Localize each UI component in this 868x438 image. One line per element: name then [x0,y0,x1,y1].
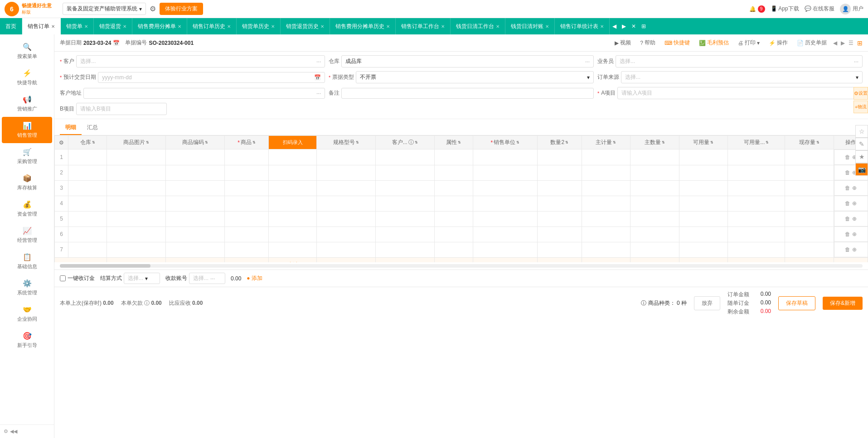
nav-tab-invoice-history[interactable]: 销货单历史 ✕ [237,18,281,34]
operation-btn[interactable]: ⚡ 操作 [766,38,790,48]
delete-icon[interactable]: 🗑 [845,216,850,222]
nav-next[interactable]: ▶ [619,23,629,29]
gear-icon[interactable]: ⚙ [4,428,8,434]
copy-icon[interactable]: ⊕ [852,185,857,191]
sidebar-item-enterprise[interactable]: 🤝 企业协同 [0,301,54,327]
one-key-checkout-checkbox[interactable] [60,275,66,281]
bank-select[interactable]: 选择... ··· [189,273,225,284]
sidebar-item-quicknav[interactable]: ⚡ 快捷导航 [0,64,54,91]
sidebar-item-search[interactable]: 🔍 搜索菜单 [0,38,54,64]
close-icon[interactable]: ✕ [320,24,324,29]
delete-icon[interactable]: 🗑 [845,200,850,207]
nav-tab-reconcile[interactable]: 钱货日清对账 ✕ [505,18,555,34]
close-icon[interactable]: ✕ [271,24,275,29]
nav-expand[interactable]: ⊞ [639,23,649,29]
close-icon[interactable]: ✕ [545,24,549,29]
close-icon[interactable]: ✕ [441,24,445,29]
close-icon[interactable]: ✕ [178,24,181,29]
online-service[interactable]: 💬 在线客服 [805,5,834,13]
side-btn-star[interactable]: ☆ [855,125,868,138]
settings-icon[interactable]: ⚙ [150,5,156,13]
a-project-input[interactable]: 请输入A项目 [617,87,863,99]
save-new-button[interactable]: 保存&新增 [823,297,863,310]
sidebar-item-marketing[interactable]: 📢 营销推广 [0,91,54,117]
close-icon[interactable]: ✕ [227,24,231,29]
user-area[interactable]: 👤 用户 [840,4,863,14]
delete-icon[interactable]: 🗑 [845,185,850,191]
nav-tab-stats[interactable]: 销售订单统计表 ✕ [555,18,610,34]
sidebar-item-operations[interactable]: 📈 经营管理 [0,222,54,248]
settings-side-btn[interactable]: ⚙ 设置 [853,87,868,100]
close-icon[interactable]: ✕ [84,24,88,29]
print-btn[interactable]: 🖨 打印 ▾ [735,38,762,48]
profit-btn[interactable]: 💹 毛利预估 [696,38,732,48]
remark-input[interactable] [341,88,594,99]
nav-tab-return-history[interactable]: 销货退货历史 ✕ [281,18,330,34]
sidebar-item-sales[interactable]: 📊 销售管理 [2,117,52,143]
nav-tab-return[interactable]: 销货退货 ✕ [94,18,132,34]
invoice-type-select[interactable]: 不开票 ▾ [356,71,594,83]
payment-method-select[interactable]: 选择... ▾ [124,273,160,284]
b-project-input[interactable]: 请输入B项目 [76,103,167,115]
save-draft-button[interactable]: 保存草稿 [778,296,815,310]
sidebar-item-purchase[interactable]: 🛒 采购管理 [0,143,54,169]
table-view-icon[interactable]: ⊞ [857,39,863,47]
sidebar-item-guide[interactable]: 🎯 新手引导 [0,327,54,353]
prev-record-icon[interactable]: ◀ [833,40,837,46]
side-btn-bookmark[interactable]: ★ [855,150,868,163]
system-name[interactable]: 装备及固定资产辅助管理系统 ▾ [63,3,146,15]
nav-tab-expense[interactable]: 销售费用分摊单 ✕ [132,18,187,34]
side-btn-edit[interactable]: ✎ [855,138,868,150]
nav-tab-daily-clear[interactable]: 钱货日清工作台 ✕ [451,18,505,34]
view-btn[interactable]: ▶ 视频 [612,38,634,48]
close-icon[interactable]: ✕ [496,24,499,29]
copy-icon[interactable]: ⊕ [852,246,857,253]
delete-icon[interactable]: 🗑 [845,154,850,160]
scroll-thumb[interactable] [60,264,150,268]
customer-input[interactable]: 选择... ··· [76,55,325,67]
close-icon[interactable]: ✕ [123,24,126,29]
tab-detail[interactable]: 明细 [60,121,82,135]
copy-icon[interactable]: ⊕ [852,216,857,222]
tab-summary[interactable]: 汇总 [82,121,103,135]
scroll-track[interactable] [60,264,863,268]
close-icon[interactable]: ✕ [386,24,390,29]
delete-icon[interactable]: 🗑 [845,231,850,237]
nav-tab-sales-invoice[interactable]: 销货单 ✕ [61,18,94,34]
sidebar-item-system[interactable]: ⚙️ 系统管理 [0,274,54,301]
collapse-icon[interactable]: ◀◀ [10,428,17,434]
delivery-date-input[interactable]: yyyy-mm-dd 📅 [98,72,325,83]
copy-icon[interactable]: ⊕ [852,231,857,237]
sidebar-item-finance[interactable]: 💰 资金管理 [0,196,54,222]
warehouse-input[interactable]: 成品库 ··· [341,55,594,67]
calendar-icon[interactable]: 📅 [113,40,120,46]
nav-tab-workbench[interactable]: 销售订单工作台 ✕ [396,18,451,34]
nav-close-all[interactable]: ✕ [629,23,639,29]
nav-tab-sales-order[interactable]: 销售订单 ✕ [22,18,61,34]
delete-icon[interactable]: 🗑 [845,169,850,176]
add-row-button[interactable]: ● 添加 [247,274,262,282]
shortcut-btn[interactable]: ⌨ 快捷键 [662,38,693,48]
nav-tab-expense-history[interactable]: 销售费用分摊单历史 ✕ [330,18,396,34]
sidebar-item-inventory[interactable]: 📦 库存核算 [0,169,54,196]
sidebar-item-basics[interactable]: 📋 基础信息 [0,248,54,274]
discard-button[interactable]: 放弃 [694,296,720,310]
address-input[interactable]: ··· [83,88,325,99]
nav-tab-home[interactable]: 首页 [0,18,22,34]
delete-icon[interactable]: 🗑 [845,246,850,253]
close-icon[interactable]: ✕ [51,24,55,29]
col-settings[interactable]: ⚙ [55,136,68,149]
salesperson-input[interactable]: 选择... ··· [616,55,863,67]
app-download[interactable]: 📱 App下载 [771,5,799,13]
close-icon[interactable]: ✕ [600,24,604,29]
notification-area[interactable]: 🔔 9 [749,5,765,13]
side-btn-camera[interactable]: 📷 [855,163,868,176]
nav-prev[interactable]: ◀ [610,23,619,29]
order-source-input[interactable]: 选择... ▾ [621,71,863,83]
add-side-btn[interactable]: + 物流 [853,101,868,113]
next-record-icon[interactable]: ▶ [841,40,845,46]
history-btn[interactable]: 📄 历史单据 [794,38,829,48]
nav-tab-order-history[interactable]: 销售订单历史 ✕ [187,18,237,34]
copy-icon[interactable]: ⊕ [852,200,857,207]
list-view-icon[interactable]: ☰ [849,40,853,46]
